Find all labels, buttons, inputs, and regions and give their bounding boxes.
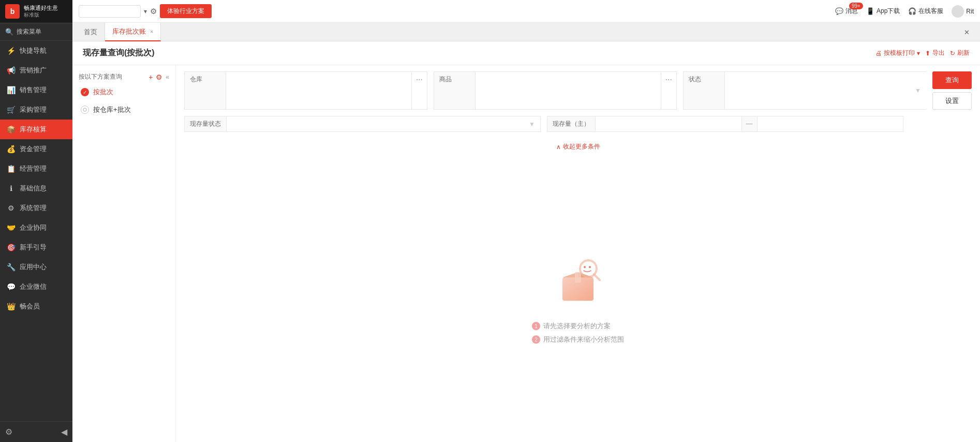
sidebar-item-采购管理[interactable]: 🛒采购管理 bbox=[0, 100, 72, 120]
sidebar-item-企业微信[interactable]: 💬企业微信 bbox=[0, 277, 72, 297]
nav-label-10: 新手引导 bbox=[20, 243, 47, 252]
stock-qty-dash: — bbox=[742, 116, 757, 132]
messages-btn[interactable]: 💬 消息 99+ bbox=[835, 7, 858, 16]
topbar: ▾ ⚙ 体验行业方案 💬 消息 99+ 📱 App下载 🎧 在线客服 Rit bbox=[72, 0, 980, 23]
warehouse-more-btn[interactable]: ··· bbox=[412, 71, 427, 110]
sidebar-item-资金管理[interactable]: 💰资金管理 bbox=[0, 139, 72, 159]
experience-btn[interactable]: 体验行业方案 bbox=[160, 4, 212, 18]
dropdown-icon[interactable]: ▾ bbox=[144, 8, 147, 15]
filter-form: 仓库 ··· 商品 ··· 状态 ▼ bbox=[176, 65, 980, 442]
tip-2: 2 用过滤条件来缩小分析范围 bbox=[532, 335, 624, 344]
collapse-arrow-icon: ∧ bbox=[556, 143, 561, 151]
sidebar-item-经营管理[interactable]: 📋经营管理 bbox=[0, 159, 72, 179]
add-scheme-btn[interactable]: + bbox=[149, 73, 153, 81]
page-actions: 🖨 按模板打印 ▾ ⬆ 导出 ↻ 刷新 bbox=[875, 49, 970, 57]
stock-status-select[interactable]: ▼ bbox=[226, 116, 541, 132]
tip-num-2: 2 bbox=[532, 335, 540, 344]
nav-label-9: 企业协同 bbox=[20, 223, 47, 232]
print-dropdown-icon[interactable]: ▾ bbox=[917, 50, 920, 57]
export-btn[interactable]: ⬆ 导出 bbox=[925, 49, 945, 57]
product-more-btn[interactable]: ··· bbox=[661, 71, 677, 110]
tab-close-icon[interactable]: × bbox=[150, 28, 153, 35]
nav-icon-10: 🎯 bbox=[6, 243, 16, 252]
print-btn[interactable]: 🖨 按模板打印 ▾ bbox=[875, 49, 920, 57]
sidebar-item-基础信息[interactable]: ℹ基础信息 bbox=[0, 179, 72, 198]
sidebar-item-系统管理[interactable]: ⚙系统管理 bbox=[0, 198, 72, 218]
stock-qty-to[interactable] bbox=[757, 116, 904, 132]
query-btn[interactable]: 查询 bbox=[932, 71, 972, 89]
sidebar-item-快捷导航[interactable]: ⚡快捷导航 bbox=[0, 41, 72, 61]
print-icon: 🖨 bbox=[875, 50, 882, 57]
app-edition: 标准版 bbox=[24, 11, 58, 19]
page-title: 现存量查询(按批次) bbox=[83, 48, 155, 58]
sidebar-search[interactable]: 🔍 搜索菜单 bbox=[0, 23, 72, 41]
nav-label-8: 系统管理 bbox=[20, 203, 47, 213]
svg-point-7 bbox=[584, 266, 586, 268]
sidebar-header: b 畅康通好生意 标准版 bbox=[0, 0, 72, 23]
scheme-label-batch: 按批次 bbox=[93, 87, 113, 97]
nav-icon-0: ⚡ bbox=[6, 47, 16, 55]
sidebar-item-营销推广[interactable]: 📢营销推广 bbox=[0, 61, 72, 80]
collapse-sidebar-icon[interactable]: ◀ bbox=[61, 427, 67, 437]
app-download-btn[interactable]: 📱 App下载 bbox=[866, 7, 900, 16]
product-input[interactable] bbox=[475, 71, 661, 110]
user-menu[interactable]: Rit bbox=[952, 5, 974, 18]
nav-label-5: 资金管理 bbox=[20, 144, 47, 154]
topbar-right: 💬 消息 99+ 📱 App下载 🎧 在线客服 Rit bbox=[835, 5, 974, 18]
nav-icon-3: 🛒 bbox=[6, 106, 16, 114]
tab-home[interactable]: 首页 bbox=[77, 23, 105, 41]
status-filter-group: 状态 ▼ bbox=[683, 71, 926, 110]
search-input[interactable] bbox=[79, 5, 141, 18]
nav-icon-4: 📦 bbox=[6, 125, 16, 134]
stock-qty-label: 现存量（主） bbox=[547, 116, 595, 132]
svg-point-0 bbox=[83, 108, 86, 111]
nav-label-6: 经营管理 bbox=[20, 164, 47, 173]
gear-icon[interactable]: ⚙ bbox=[150, 7, 157, 16]
active-tab-label: 库存批次账 bbox=[112, 27, 146, 36]
scheme-panel: 按以下方案查询 + ⚙ « ✓ 按批次 按仓库+批次 bbox=[72, 65, 176, 442]
setting-scheme-btn[interactable]: ⚙ bbox=[156, 73, 162, 81]
sidebar-item-应用中心[interactable]: 🔧应用中心 bbox=[0, 257, 72, 277]
sidebar-item-新手引导[interactable]: 🎯新手引导 bbox=[0, 238, 72, 257]
filter-row-1: 仓库 ··· 商品 ··· 状态 ▼ bbox=[184, 71, 972, 110]
sidebar-nav: ⚡快捷导航📢营销推广📊销售管理🛒采购管理📦库存核算💰资金管理📋经营管理ℹ基础信息… bbox=[0, 41, 72, 421]
sidebar-item-企业协同[interactable]: 🤝企业协同 bbox=[0, 218, 72, 238]
home-tab-label: 首页 bbox=[84, 27, 97, 37]
app-logo: b bbox=[5, 4, 20, 19]
sidebar: b 畅康通好生意 标准版 🔍 搜索菜单 ⚡快捷导航📢营销推广📊销售管理🛒采购管理… bbox=[0, 0, 72, 442]
setting-btn[interactable]: 设置 bbox=[932, 92, 972, 110]
settings-icon[interactable]: ⚙ bbox=[5, 427, 12, 437]
nav-icon-1: 📢 bbox=[6, 66, 16, 75]
username-label: Rit bbox=[966, 8, 974, 15]
sidebar-item-销售管理[interactable]: 📊销售管理 bbox=[0, 80, 72, 100]
nav-label-2: 销售管理 bbox=[20, 85, 47, 95]
empty-tips: 1 请先选择要分析的方案 2 用过滤条件来缩小分析范围 bbox=[532, 321, 624, 348]
page-container: 现存量查询(按批次) 🖨 按模板打印 ▾ ⬆ 导出 ↻ 刷新 bbox=[72, 41, 980, 442]
svg-line-6 bbox=[594, 274, 600, 280]
export-label: 导出 bbox=[932, 49, 945, 57]
sidebar-item-畅会员[interactable]: 👑畅会员 bbox=[0, 297, 72, 316]
refresh-btn[interactable]: ↻ 刷新 bbox=[950, 49, 970, 57]
close-tab-btn[interactable]: ✕ bbox=[957, 23, 976, 41]
status-dropdown-arrow: ▼ bbox=[915, 87, 921, 94]
product-label: 商品 bbox=[434, 71, 475, 110]
tab-inventory-batch[interactable]: 库存批次账 × bbox=[105, 23, 161, 41]
scheme-item-batch[interactable]: ✓ 按批次 bbox=[72, 83, 175, 101]
nav-label-3: 采购管理 bbox=[20, 105, 47, 114]
online-service-label: 在线客服 bbox=[918, 7, 943, 16]
warehouse-input[interactable] bbox=[226, 71, 412, 110]
scheme-item-warehouse-batch[interactable]: 按仓库+批次 bbox=[72, 101, 175, 119]
collapse-label: 收起更多条件 bbox=[563, 142, 600, 151]
collapse-scheme-btn[interactable]: « bbox=[166, 73, 169, 81]
status-select[interactable]: ▼ bbox=[724, 71, 926, 110]
avatar bbox=[952, 5, 964, 18]
app-name: 畅康通好生意 bbox=[24, 4, 58, 11]
stock-qty-from[interactable] bbox=[595, 116, 742, 132]
nav-icon-6: 📋 bbox=[6, 165, 16, 173]
sidebar-item-库存核算[interactable]: 📦库存核算 bbox=[0, 120, 72, 139]
phone-icon: 📱 bbox=[866, 7, 874, 15]
collapse-filters-btn[interactable]: ∧ 收起更多条件 bbox=[184, 138, 972, 155]
inactive-scheme-dot bbox=[81, 106, 89, 114]
online-service-btn[interactable]: 🎧 在线客服 bbox=[908, 7, 943, 16]
scheme-header-label: 按以下方案查询 bbox=[79, 72, 122, 81]
